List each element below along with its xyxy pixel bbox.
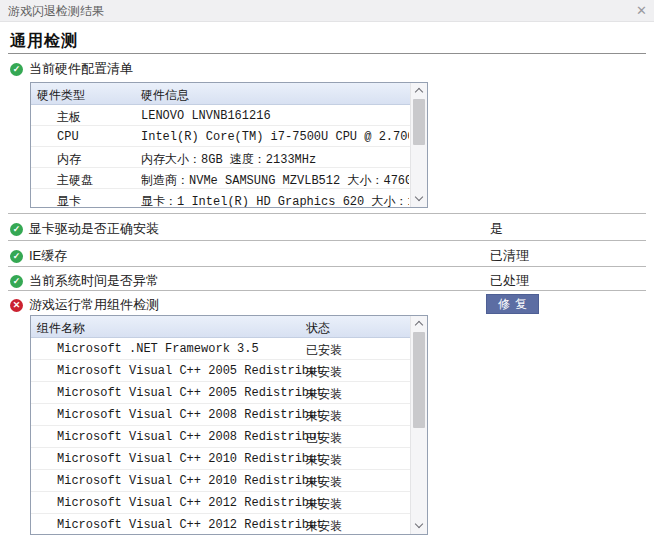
check-label: IE缓存 xyxy=(29,248,67,263)
component-status: 未安装 xyxy=(306,474,342,491)
title-bar: 游戏闪退检测结果 ✕ xyxy=(0,0,654,22)
col-header-name: 组件名称 xyxy=(37,320,85,337)
hw-info: 内存大小：8GB 速度：2133MHz xyxy=(141,151,409,168)
component-name: Microsoft Visual C++ 2005 Redistribut xyxy=(57,364,323,378)
divider xyxy=(8,213,646,214)
component-status: 已安装 xyxy=(306,342,342,359)
component-status: 未安装 xyxy=(306,386,342,403)
component-table-scrollbar[interactable] xyxy=(410,316,427,534)
table-row: Microsoft Visual C++ 2005 Redistribut 未安… xyxy=(31,382,427,404)
divider xyxy=(8,266,646,267)
check-label: 当前硬件配置清单 xyxy=(29,61,133,76)
crash-detect-dialog: 游戏闪退检测结果 ✕ 通用检测 ✓当前硬件配置清单 硬件类型 硬件信息 主板 L… xyxy=(0,0,654,558)
repair-button[interactable]: 修复 xyxy=(486,294,539,314)
table-row: 主硬盘 制造商：NVMe SAMSUNG MZVLB512 大小：476GB xyxy=(31,168,427,189)
component-name: Microsoft Visual C++ 2010 Redistribut xyxy=(57,452,323,466)
component-name: Microsoft .NET Framework 3.5 xyxy=(57,342,259,356)
check-row-ie-cache: ✓IE缓存 xyxy=(10,247,67,263)
component-status: 未安装 xyxy=(306,408,342,425)
hw-info: 制造商：NVMe SAMSUNG MZVLB512 大小：476GB xyxy=(141,172,409,189)
hardware-table-scrollbar[interactable] xyxy=(410,83,427,207)
divider xyxy=(8,290,646,291)
check-row-gpu-driver: ✓显卡驱动是否正确安装 xyxy=(10,220,159,236)
table-row: Microsoft Visual C++ 2010 Redistribut 未安… xyxy=(31,470,427,492)
check-label: 游戏运行常用组件检测 xyxy=(29,297,159,312)
scroll-up-icon[interactable] xyxy=(411,317,427,331)
section-divider xyxy=(8,53,646,54)
component-name: Microsoft Visual C++ 2010 Redistribut xyxy=(57,474,323,488)
check-value: 已处理 xyxy=(490,272,529,290)
component-name: Microsoft Visual C++ 2012 Redistribut xyxy=(57,496,323,510)
hw-type: 主硬盘 xyxy=(57,172,93,189)
window-title: 游戏闪退检测结果 xyxy=(8,0,104,22)
component-status: 未安装 xyxy=(306,496,342,513)
scroll-up-icon[interactable] xyxy=(411,84,427,98)
check-value: 是 xyxy=(490,220,503,238)
table-row: Microsoft Visual C++ 2010 Redistribut 未安… xyxy=(31,448,427,470)
divider xyxy=(8,240,646,241)
error-icon: ✕ xyxy=(10,299,23,312)
table-row: Microsoft Visual C++ 2005 Redistribut 未安… xyxy=(31,360,427,382)
table-row: CPU Intel(R) Core(TM) i7-7500U CPU @ 2.7… xyxy=(31,126,427,147)
check-icon: ✓ xyxy=(10,63,23,76)
check-row-system-time: ✓当前系统时间是否异常 xyxy=(10,272,159,288)
scroll-down-icon[interactable] xyxy=(411,192,427,206)
table-row: 主板 LENOVO LNVNB161216 xyxy=(31,105,427,126)
scrollbar-thumb[interactable] xyxy=(413,332,425,428)
component-status: 未安装 xyxy=(306,452,342,469)
hardware-table-header: 硬件类型 硬件信息 xyxy=(31,83,427,105)
check-icon: ✓ xyxy=(10,275,23,288)
col-header-type: 硬件类型 xyxy=(37,87,85,104)
table-row: Microsoft Visual C++ 2012 Redistribut 未安… xyxy=(31,514,427,535)
component-status: 未安装 xyxy=(306,518,342,535)
component-name: Microsoft Visual C++ 2008 Redistribut xyxy=(57,408,323,422)
check-label: 显卡驱动是否正确安装 xyxy=(29,221,159,236)
hw-type: 主板 xyxy=(57,109,81,126)
table-row: 内存 内存大小：8GB 速度：2133MHz xyxy=(31,147,427,168)
close-icon[interactable]: ✕ xyxy=(636,0,647,22)
hw-type: 显卡 xyxy=(57,193,81,208)
table-row: Microsoft Visual C++ 2008 Redistribut 已安… xyxy=(31,426,427,448)
component-status: 未安装 xyxy=(306,364,342,381)
check-icon: ✓ xyxy=(10,223,23,236)
check-value: 已清理 xyxy=(490,247,529,265)
scrollbar-thumb[interactable] xyxy=(413,99,425,145)
col-header-info: 硬件信息 xyxy=(141,87,189,104)
table-row: Microsoft .NET Framework 3.5 已安装 xyxy=(31,338,427,360)
section-title: 通用检测 xyxy=(10,31,78,52)
check-label: 当前系统时间是否异常 xyxy=(29,273,159,288)
hw-type: 内存 xyxy=(57,151,81,168)
table-row: Microsoft Visual C++ 2012 Redistribut 未安… xyxy=(31,492,427,514)
hardware-table: 硬件类型 硬件信息 主板 LENOVO LNVNB161216 CPU Inte… xyxy=(30,82,428,208)
table-row: Microsoft Visual C++ 2008 Redistribut 未安… xyxy=(31,404,427,426)
hw-info: LENOVO LNVNB161216 xyxy=(141,109,409,123)
hw-info: Intel(R) Core(TM) i7-7500U CPU @ 2.70GHz xyxy=(141,130,409,144)
component-status: 已安装 xyxy=(306,430,342,447)
scroll-down-icon[interactable] xyxy=(411,519,427,533)
hw-info: 显卡：1 Intel(R) HD Graphics 620 大小：10 xyxy=(141,193,409,208)
component-name: Microsoft Visual C++ 2005 Redistribut xyxy=(57,386,323,400)
col-header-status: 状态 xyxy=(306,320,330,337)
component-table: 组件名称 状态 Microsoft .NET Framework 3.5 已安装… xyxy=(30,315,428,535)
check-icon: ✓ xyxy=(10,250,23,263)
hw-type: CPU xyxy=(57,130,79,144)
table-row: 显卡 显卡：1 Intel(R) HD Graphics 620 大小：10 xyxy=(31,189,427,208)
component-name: Microsoft Visual C++ 2012 Redistribut xyxy=(57,518,323,532)
component-name: Microsoft Visual C++ 2008 Redistribut xyxy=(57,430,323,444)
check-row-hardware: ✓当前硬件配置清单 xyxy=(10,60,133,76)
component-table-header: 组件名称 状态 xyxy=(31,316,427,338)
check-row-components: ✕游戏运行常用组件检测 xyxy=(10,296,159,312)
